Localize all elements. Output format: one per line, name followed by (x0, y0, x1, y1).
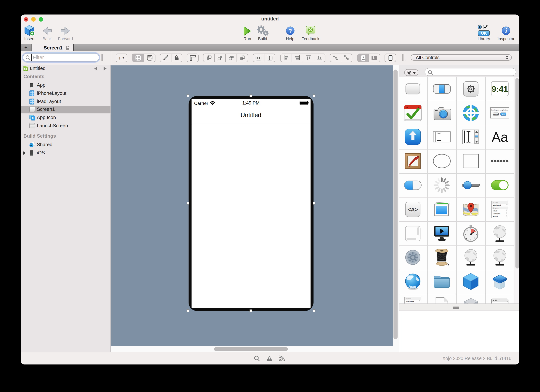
svg-text:Navel: Navel (493, 210, 497, 212)
svg-text:Macintosh: Macintosh (493, 204, 501, 206)
svg-text:OK: OK (502, 113, 505, 115)
svg-text:<A>: <A> (408, 207, 418, 212)
svg-text:Something went wrong. Continue: Something went wrong. Continue? (491, 109, 508, 111)
svg-text:Blood: Blood (493, 216, 497, 218)
svg-text:?: ? (288, 28, 292, 34)
svg-text:Oranges: Oranges (493, 207, 499, 209)
svg-text:Macintosh: Macintosh (405, 301, 414, 302)
svg-text:OK: OK (481, 31, 487, 35)
svg-text:Cancel: Cancel (493, 113, 499, 115)
svg-text:Apples: Apples (405, 298, 411, 300)
svg-text:Apples: Apples (493, 201, 498, 203)
svg-text:Mandarin: Mandarin (493, 213, 500, 215)
svg-text:i: i (505, 26, 507, 35)
svg-text:Aa: Aa (491, 130, 508, 144)
svg-text:9:41: 9:41 (491, 85, 508, 94)
